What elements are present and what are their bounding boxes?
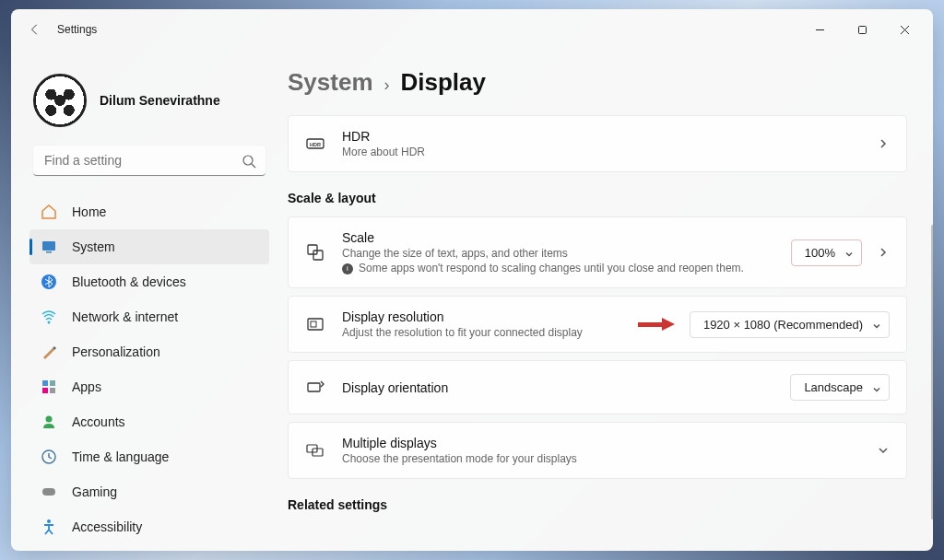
scrollbar[interactable] [931,225,933,519]
nav-time[interactable]: Time & language [30,439,269,474]
time-icon [41,449,57,465]
personalization-icon [41,344,57,360]
nav-label: Gaming [72,484,117,499]
nav-bluetooth[interactable]: Bluetooth & devices [30,264,269,299]
scale-dropdown[interactable]: 100% [791,239,862,266]
breadcrumb-parent[interactable]: System [288,68,373,97]
orientation-icon [305,378,325,398]
apps-icon [41,379,57,395]
maximize-button[interactable] [841,15,883,44]
nav-gaming[interactable]: Gaming [30,474,269,509]
settings-window: Settings Dilum Senevirathne Home System … [11,9,933,551]
search-input[interactable] [33,146,266,176]
hdr-card[interactable]: HDR HDR More about HDR [288,115,907,172]
info-icon: i [342,263,353,274]
nav-accessibility[interactable]: Accessibility [30,509,269,544]
window-body: Dilum Senevirathne Home System Bluetooth… [11,50,933,551]
breadcrumb-current: Display [401,68,487,97]
nav-network[interactable]: Network & internet [30,299,269,334]
orientation-card[interactable]: Display orientation Landscape [288,360,907,414]
svg-rect-18 [308,319,323,330]
resolution-card[interactable]: Display resolution Adjust the resolution… [288,296,907,353]
svg-rect-20 [308,383,320,391]
scale-card[interactable]: Scale Change the size of text, apps, and… [288,216,907,288]
sidebar: Dilum Senevirathne Home System Bluetooth… [11,50,280,551]
svg-rect-19 [311,321,316,327]
svg-rect-3 [46,251,52,253]
svg-point-1 [243,156,253,165]
scale-title: Scale [342,230,774,245]
scale-sub2: iSome apps won't respond to scaling chan… [342,262,774,274]
svg-rect-6 [42,380,48,386]
network-icon [41,309,57,325]
avatar [33,74,87,127]
svg-rect-2 [42,241,55,251]
resolution-icon [305,314,325,334]
svg-rect-9 [50,388,55,393]
orientation-dropdown[interactable]: Landscape [790,374,890,401]
arrow-annotation [638,318,675,331]
svg-point-10 [46,416,53,423]
chevron-right-icon [877,137,890,150]
hdr-sub: More about HDR [342,146,860,158]
svg-rect-12 [42,488,55,496]
chevron-down-icon [877,444,890,457]
svg-rect-8 [42,388,48,393]
bluetooth-icon [41,274,57,290]
breadcrumb: System › Display [288,61,907,115]
multi-sub: Choose the presentation mode for your di… [342,452,860,465]
svg-rect-16 [308,245,317,254]
multi-title: Multiple displays [342,436,860,450]
gaming-icon [41,484,57,500]
hdr-title: HDR [342,129,860,144]
nav-accounts[interactable]: Accounts [30,404,269,439]
resolution-dropdown[interactable]: 1920 × 1080 (Recommended) [690,311,890,338]
back-button[interactable] [18,13,52,46]
user-name: Dilum Senevirathne [100,93,220,108]
accessibility-icon [41,519,57,535]
chevron-down-icon [872,383,881,392]
accounts-icon [41,414,57,430]
titlebar: Settings [11,9,933,50]
nav: Home System Bluetooth & devices Network … [30,194,269,544]
home-icon [41,204,57,220]
nav-label: Time & language [72,449,169,464]
close-button[interactable] [883,15,926,44]
nav-label: Accessibility [72,519,142,534]
chevron-right-icon [877,246,890,259]
main-content: System › Display HDR HDR More about HDR … [280,50,933,551]
system-icon [41,239,57,255]
search-box [33,146,266,176]
multiple-displays-card[interactable]: Multiple displays Choose the presentatio… [288,422,907,479]
nav-apps[interactable]: Apps [30,369,269,404]
svg-rect-0 [858,26,866,33]
nav-label: Personalization [72,344,160,359]
minimize-button[interactable] [798,15,841,44]
app-title: Settings [57,23,97,36]
breadcrumb-sep: › [384,76,390,95]
profile[interactable]: Dilum Senevirathne [30,61,269,146]
nav-label: System [72,239,115,254]
chevron-down-icon [872,320,881,329]
nav-label: Apps [72,379,101,394]
window-controls [798,15,926,44]
nav-home[interactable]: Home [30,194,269,229]
scale-icon [305,242,325,262]
nav-system[interactable]: System [30,229,269,264]
nav-label: Accounts [72,414,125,429]
svg-point-5 [48,321,51,324]
svg-rect-7 [50,380,55,386]
section-scale-layout: Scale & layout [288,191,907,205]
multiple-displays-icon [305,440,325,461]
hdr-icon: HDR [305,134,325,154]
nav-label: Home [72,204,106,219]
chevron-down-icon [844,248,854,257]
svg-rect-17 [313,251,323,260]
resolution-sub: Adjust the resolution to fit your connec… [342,326,621,339]
search-icon [242,154,256,169]
orientation-title: Display orientation [342,380,773,395]
nav-label: Bluetooth & devices [72,274,186,289]
svg-text:HDR: HDR [310,142,321,147]
nav-personalization[interactable]: Personalization [30,334,269,369]
nav-label: Network & internet [72,309,178,324]
